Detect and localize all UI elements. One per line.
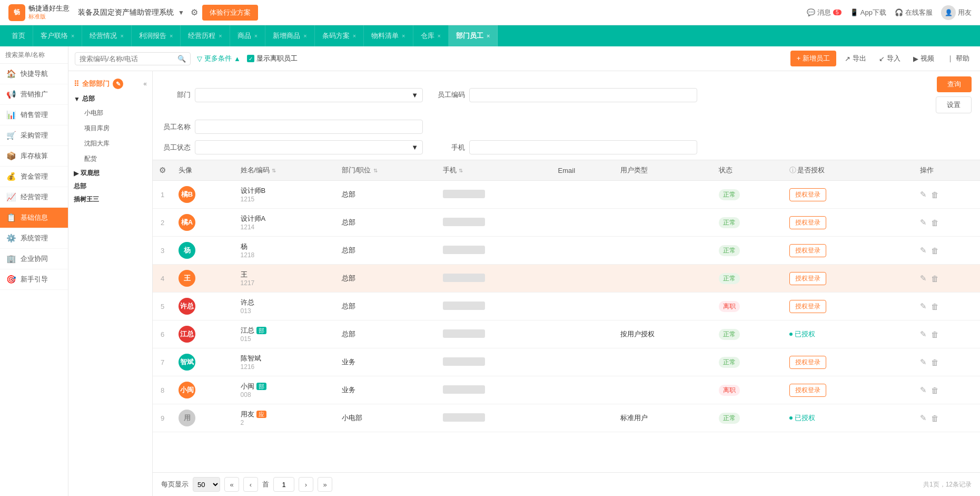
auth-btn[interactable]: 授权登录 [789,216,826,229]
sidebar-item-purchase[interactable]: 🛒 采购管理 [0,125,68,146]
th-name[interactable]: 姓名/编码⇅ [234,160,335,181]
dept-collapse-btn[interactable]: « [143,80,147,87]
sidebar-item-finance[interactable]: 💰 资金管理 [0,167,68,187]
tab-history[interactable]: 经营历程 × [181,25,230,46]
dept-item-project[interactable]: 项目库房 [68,121,152,136]
filter-empcode-input[interactable] [469,88,697,102]
close-icon[interactable]: × [438,33,441,39]
tab-customer[interactable]: 客户联络 × [33,25,82,46]
page-input[interactable] [273,477,294,492]
trial-btn[interactable]: 体验行业方案 [202,5,258,21]
tab-barcode[interactable]: 条码方案 × [315,25,364,46]
close-icon[interactable]: × [120,33,123,39]
tab-profit[interactable]: 利润报告 × [132,25,181,46]
close-icon[interactable]: × [219,33,222,39]
edit-icon[interactable]: ✎ [920,413,927,423]
prev-page-btn[interactable]: ‹ [243,477,258,492]
filter-phone-input[interactable] [469,140,697,154]
edit-icon[interactable]: ✎ [920,218,927,227]
close-icon[interactable]: × [71,33,74,39]
dept-section-double[interactable]: ▶ 双鹿想 [68,167,152,180]
filter-status-select[interactable]: ▼ [195,140,423,154]
export-btn[interactable]: ↗ 导出 [840,52,870,65]
sidebar-item-basic[interactable]: 📋 基础信息 [0,208,68,228]
query-btn[interactable]: 查询 [937,76,972,92]
auth-btn[interactable]: 授权登录 [789,272,826,285]
edit-icon[interactable]: ✎ [920,357,927,367]
sidebar-item-system[interactable]: ⚙️ 系统管理 [0,228,68,249]
tab-home[interactable]: 首页 [4,25,33,46]
close-icon[interactable]: × [254,33,258,39]
next-page-btn[interactable]: › [299,477,313,492]
sidebar-item-operation[interactable]: 📈 经营管理 [0,187,68,208]
filter-dept-select[interactable]: ▼ [195,88,423,102]
dept-section-general[interactable]: ▼ 总部 [68,92,152,105]
dept-section-tree[interactable]: 插树王三 [68,193,152,206]
close-icon[interactable]: × [402,33,405,39]
show-resigned-checkbox[interactable]: ✓ [247,55,254,62]
sidebar-item-quick-nav[interactable]: 🏠 快捷导航 [0,64,68,84]
delete-icon[interactable]: 🗑 [931,246,939,255]
search-input[interactable] [80,55,174,63]
tab-bom[interactable]: 物料清单 × [364,25,413,46]
th-dept[interactable]: 部门/职位⇅ [335,160,437,181]
sidebar-item-guide[interactable]: 🎯 新手引导 [0,269,68,290]
edit-icon[interactable]: ✎ [920,274,927,283]
edit-icon[interactable]: ✎ [920,246,927,255]
dept-item-distribution[interactable]: 配货 [68,151,152,167]
search-icon[interactable]: 🔍 [177,55,186,63]
settings-icon[interactable]: ⚙ [191,7,198,17]
auth-btn[interactable]: 授权登录 [789,244,826,257]
edit-icon[interactable]: ✎ [920,302,927,311]
dept-all-label[interactable]: 全部部门 [82,79,110,89]
close-icon[interactable]: × [487,33,490,39]
delete-icon[interactable]: 🗑 [931,274,939,283]
delete-icon[interactable]: 🗑 [931,218,939,227]
auth-btn[interactable]: 授权登录 [789,300,826,313]
close-icon[interactable]: × [353,33,356,39]
delete-icon[interactable]: 🗑 [931,386,939,395]
th-phone[interactable]: 手机⇅ [437,160,551,181]
tab-warehouse[interactable]: 仓库 × [413,25,449,46]
dept-section-general2[interactable]: 总部 [68,180,152,193]
delete-icon[interactable]: 🗑 [931,414,939,423]
close-icon[interactable]: × [170,33,173,39]
edit-icon[interactable]: ✎ [920,329,927,339]
dept-item-small-elec[interactable]: 小电部 [68,105,152,121]
system-title-dropdown[interactable]: ▼ [178,9,184,16]
dept-item-shenyang[interactable]: 沈阳大库 [68,136,152,151]
sidebar-item-company[interactable]: 🏢 企业协同 [0,249,68,269]
reset-btn[interactable]: 设置 [936,96,972,113]
sidebar-search-input[interactable] [5,51,68,59]
th-settings[interactable]: ⚙ [153,160,172,181]
sidebar-item-marketing[interactable]: 📢 营销推广 [0,84,68,105]
view-btn[interactable]: ▶ 视频 [909,52,938,65]
last-page-btn[interactable]: » [318,477,332,492]
sidebar-item-sales[interactable]: 📊 销售管理 [0,105,68,125]
auth-btn[interactable]: 授权登录 [789,188,826,201]
settings-col-icon[interactable]: ⚙ [159,166,166,174]
delete-icon[interactable]: 🗑 [931,190,939,199]
delete-icon[interactable]: 🗑 [931,302,939,311]
per-page-select[interactable]: 50 20 100 [193,477,220,492]
delete-icon[interactable]: 🗑 [931,358,939,367]
user-btn[interactable]: 👤 用友 [941,5,972,20]
add-employee-btn[interactable]: + 新增员工 [790,51,836,66]
auth-btn[interactable]: 授权登录 [789,384,826,397]
delete-icon[interactable]: 🗑 [931,330,939,339]
edit-icon[interactable]: ✎ [920,190,927,199]
auth-btn[interactable]: 授权登录 [789,356,826,369]
app-download-btn[interactable]: 📱 App下载 [850,8,886,17]
tab-employee[interactable]: 部门员工 × [449,25,498,46]
tab-add-product[interactable]: 新增商品 × [265,25,314,46]
tab-operation[interactable]: 经营情况 × [82,25,131,46]
first-page-btn[interactable]: « [224,477,239,492]
close-icon[interactable]: × [303,33,306,39]
dept-edit-btn[interactable]: ✎ [113,79,123,89]
filter-empname-input[interactable] [195,120,423,134]
tab-product[interactable]: 商品 × [230,25,265,46]
import-btn[interactable]: ↙ 导入 [875,52,905,65]
online-service-btn[interactable]: 🎧 在线客服 [895,8,933,17]
edit-icon[interactable]: ✎ [920,385,927,395]
more-filter-btn[interactable]: ▽ 更多条件 ▲ [197,54,241,63]
